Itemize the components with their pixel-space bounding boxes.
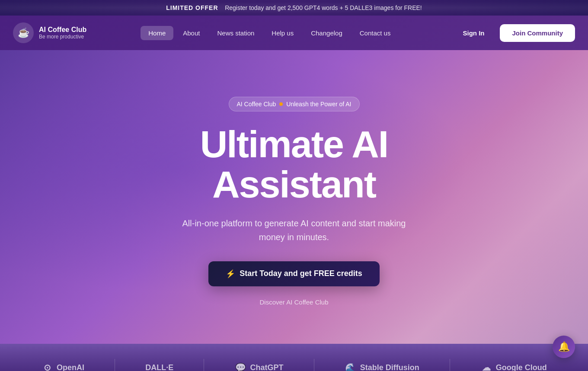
nav-changelog[interactable]: Changelog	[303, 26, 350, 40]
partner-divider-2	[204, 359, 204, 371]
notification-bell[interactable]: 🔔	[553, 336, 575, 358]
join-button[interactable]: Join Community	[500, 24, 575, 42]
nav-about[interactable]: About	[175, 26, 208, 40]
partners-strip: ⊙ OpenAI DALL·E 💬 ChatGPT 🌊 Stable Diffu…	[0, 344, 588, 371]
hero-badge-dot	[279, 102, 283, 106]
navbar: ☕ AI Coffee Club Be more productive Home…	[0, 16, 588, 50]
nav-links: Home About News station Help us Changelo…	[141, 26, 398, 40]
partner-divider-4	[450, 359, 450, 371]
hero-badge-brand: AI Coffee Club	[237, 101, 276, 108]
nav-news[interactable]: News station	[209, 26, 262, 40]
top-banner: LIMITED OFFER Register today and get 2,5…	[0, 0, 588, 16]
hero-badge-tagline: Unleash the Power of AI	[286, 101, 351, 108]
stable-diffusion-icon: 🌊	[345, 361, 357, 371]
discover-link[interactable]: Discover AI Coffee Club	[260, 298, 329, 306]
partner-divider-3	[314, 359, 314, 371]
openai-icon: ⊙	[41, 361, 53, 371]
nav-contact[interactable]: Contact us	[352, 26, 399, 40]
brand-name: AI Coffee Club	[39, 26, 86, 34]
logo-icon: ☕	[13, 22, 34, 43]
logo-link[interactable]: ☕ AI Coffee Club Be more productive	[13, 22, 86, 43]
google-cloud-label: Google Cloud	[496, 363, 547, 371]
cta-label: Start Today and get FREE credits	[240, 269, 362, 278]
offer-text: Register today and get 2,500 GPT4 words …	[225, 4, 422, 11]
partner-openai: ⊙ OpenAI	[41, 361, 84, 371]
chatgpt-icon: 💬	[234, 361, 246, 371]
stable-diffusion-label: Stable Diffusion	[360, 363, 419, 371]
hero-title-line1: Ultimate AI	[200, 123, 388, 165]
brand-tagline: Be more productive	[39, 34, 86, 40]
logo-text: AI Coffee Club Be more productive	[39, 26, 86, 40]
partner-stablediffusion: 🌊 Stable Diffusion	[345, 361, 419, 371]
dalle-label: DALL·E	[145, 363, 173, 371]
nav-actions: Sign In Join Community	[452, 24, 575, 42]
hero-title-line2: Assistant	[212, 163, 376, 206]
nav-home[interactable]: Home	[141, 26, 173, 40]
chatgpt-label: ChatGPT	[250, 363, 283, 371]
nav-help[interactable]: Help us	[264, 26, 301, 40]
hero-section: AI Coffee Club Unleash the Power of AI U…	[0, 50, 588, 344]
signin-button[interactable]: Sign In	[452, 25, 495, 41]
cta-icon: ⚡	[226, 269, 235, 279]
cta-button[interactable]: ⚡ Start Today and get FREE credits	[208, 261, 380, 286]
partner-googlecloud: ☁ Google Cloud	[480, 361, 547, 371]
google-cloud-icon: ☁	[480, 361, 492, 371]
hero-badge: AI Coffee Club Unleash the Power of AI	[229, 97, 360, 111]
partner-divider-1	[115, 359, 115, 371]
partner-dalle: DALL·E	[145, 363, 173, 371]
partner-chatgpt: 💬 ChatGPT	[234, 361, 283, 371]
limited-offer-label: LIMITED OFFER	[166, 4, 218, 11]
openai-label: OpenAI	[57, 363, 84, 371]
hero-title: Ultimate AI Assistant	[200, 124, 388, 204]
hero-subtitle: All-in-one platform to generate AI conte…	[182, 216, 406, 244]
